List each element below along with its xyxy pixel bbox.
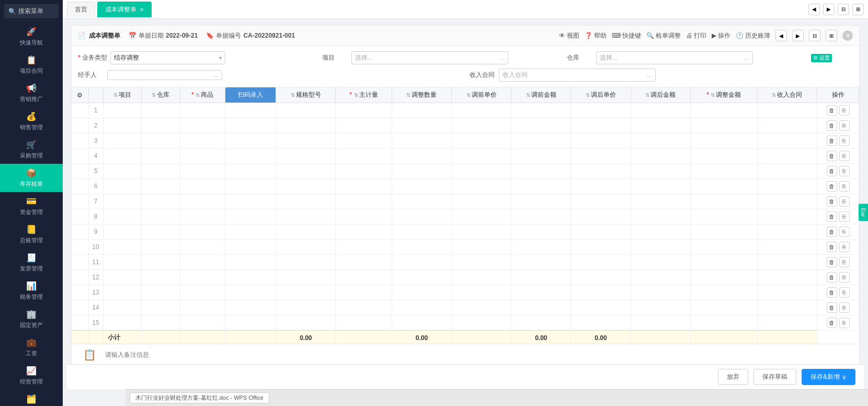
- col-header-adjust-amount[interactable]: ⇅调整金额: [690, 87, 757, 103]
- delete-row-icon[interactable]: 🗑: [827, 136, 837, 146]
- spec-cell[interactable]: [276, 118, 336, 133]
- before-price-cell[interactable]: [452, 194, 511, 209]
- side-float-btn[interactable]: Ear: [859, 204, 868, 221]
- project-input[interactable]: 选择... …: [351, 51, 508, 64]
- delete-row-icon[interactable]: 🗑: [827, 242, 837, 252]
- sidebar-item-inventory-calc[interactable]: 📦 库存核算: [0, 164, 63, 192]
- project-cell[interactable]: [103, 224, 141, 240]
- form-close-btn[interactable]: ✕: [842, 30, 853, 41]
- tab-layout-btn[interactable]: ⊟: [838, 4, 849, 15]
- copy-row-icon[interactable]: ⎘: [839, 287, 850, 298]
- scan-cell[interactable]: [225, 118, 276, 133]
- project-cell[interactable]: [103, 179, 141, 194]
- delete-row-icon[interactable]: 🗑: [827, 318, 837, 328]
- income-contract-cell[interactable]: [757, 103, 817, 118]
- tab-cost-adjust[interactable]: 成本调整单 ✕: [97, 2, 152, 17]
- before-amount-cell[interactable]: [511, 270, 571, 285]
- before-amount-cell[interactable]: [511, 300, 571, 315]
- handler-input[interactable]: …: [107, 70, 222, 80]
- adjust-amount-cell[interactable]: [690, 315, 757, 331]
- scan-cell[interactable]: [225, 149, 276, 164]
- action-view[interactable]: 👁 视图: [559, 31, 579, 40]
- unit-cell[interactable]: [336, 133, 392, 149]
- scan-cell[interactable]: [225, 285, 276, 300]
- after-price-cell[interactable]: [571, 209, 631, 224]
- adjust-qty-cell[interactable]: [392, 285, 451, 300]
- product-cell[interactable]: [180, 118, 225, 133]
- before-price-cell[interactable]: [452, 118, 511, 133]
- after-price-cell[interactable]: [571, 133, 631, 149]
- tab-next-btn[interactable]: ▶: [823, 4, 835, 15]
- product-cell[interactable]: [180, 149, 225, 164]
- adjust-qty-cell[interactable]: [392, 103, 451, 118]
- before-price-cell[interactable]: [452, 149, 511, 164]
- adjust-amount-cell[interactable]: [690, 118, 757, 133]
- remark-input[interactable]: [105, 348, 853, 365]
- warehouse-input[interactable]: 选择... …: [596, 51, 753, 64]
- action-shortcut[interactable]: ⌨ 快捷键: [612, 31, 641, 40]
- after-price-cell[interactable]: [571, 149, 631, 164]
- product-cell[interactable]: [180, 133, 225, 149]
- product-cell[interactable]: [180, 194, 225, 209]
- spec-cell[interactable]: [276, 149, 336, 164]
- after-amount-cell[interactable]: [631, 118, 690, 133]
- header-prev-btn[interactable]: ◀: [775, 30, 787, 41]
- sidebar-item-ops-mgmt[interactable]: 📈 经营管理: [0, 362, 63, 390]
- adjust-qty-cell[interactable]: [392, 149, 451, 164]
- adjust-amount-cell[interactable]: [690, 285, 757, 300]
- before-amount-cell[interactable]: [511, 194, 571, 209]
- product-cell[interactable]: [180, 300, 225, 315]
- project-cell[interactable]: [103, 118, 141, 133]
- adjust-qty-cell[interactable]: [392, 209, 451, 224]
- sidebar-item-ledger-mgmt[interactable]: 📒 总账管理: [0, 220, 63, 249]
- income-contract-input[interactable]: 收入合同 …: [499, 69, 656, 82]
- spec-cell[interactable]: [276, 255, 336, 270]
- col-header-scan[interactable]: 扫码录入: [225, 87, 276, 103]
- scan-cell[interactable]: [225, 133, 276, 149]
- after-price-cell[interactable]: [571, 285, 631, 300]
- adjust-qty-cell[interactable]: [392, 240, 451, 255]
- before-price-cell[interactable]: [452, 315, 511, 331]
- before-amount-cell[interactable]: [511, 149, 571, 164]
- product-cell[interactable]: [180, 285, 225, 300]
- spec-cell[interactable]: [276, 209, 336, 224]
- after-price-cell[interactable]: [571, 240, 631, 255]
- after-price-cell[interactable]: [571, 300, 631, 315]
- delete-row-icon[interactable]: 🗑: [827, 227, 837, 237]
- unit-cell[interactable]: [336, 285, 392, 300]
- adjust-amount-cell[interactable]: [690, 224, 757, 240]
- warehouse-cell[interactable]: [141, 149, 179, 164]
- product-cell[interactable]: [180, 179, 225, 194]
- before-amount-cell[interactable]: [511, 240, 571, 255]
- adjust-amount-cell[interactable]: [690, 149, 757, 164]
- after-amount-cell[interactable]: [631, 300, 690, 315]
- warehouse-cell[interactable]: [141, 179, 179, 194]
- spec-cell[interactable]: [276, 285, 336, 300]
- sidebar-item-project-contract[interactable]: 📋 项目合同: [0, 51, 63, 79]
- col-header-after-amount[interactable]: ⇅调后金额: [631, 87, 690, 103]
- project-cell[interactable]: [103, 103, 141, 118]
- after-amount-cell[interactable]: [631, 194, 690, 209]
- before-price-cell[interactable]: [452, 270, 511, 285]
- unit-cell[interactable]: [336, 118, 392, 133]
- income-contract-cell[interactable]: [757, 194, 817, 209]
- col-header-before-amount[interactable]: ⇅调前金额: [511, 87, 571, 103]
- spec-cell[interactable]: [276, 240, 336, 255]
- warehouse-cell[interactable]: [141, 194, 179, 209]
- project-cell[interactable]: [103, 240, 141, 255]
- before-amount-cell[interactable]: [511, 164, 571, 179]
- unit-cell[interactable]: [336, 194, 392, 209]
- unit-cell[interactable]: [336, 164, 392, 179]
- scan-cell[interactable]: [225, 179, 276, 194]
- warehouse-cell[interactable]: [141, 240, 179, 255]
- warehouse-cell[interactable]: [141, 270, 179, 285]
- income-contract-cell[interactable]: [757, 285, 817, 300]
- adjust-qty-cell[interactable]: [392, 118, 451, 133]
- after-amount-cell[interactable]: [631, 224, 690, 240]
- copy-row-icon[interactable]: ⎘: [839, 242, 850, 252]
- col-header-project[interactable]: ⇅项目: [103, 87, 141, 103]
- scan-cell[interactable]: [225, 315, 276, 331]
- before-price-cell[interactable]: [452, 224, 511, 240]
- warehouse-cell[interactable]: [141, 285, 179, 300]
- adjust-amount-cell[interactable]: [690, 300, 757, 315]
